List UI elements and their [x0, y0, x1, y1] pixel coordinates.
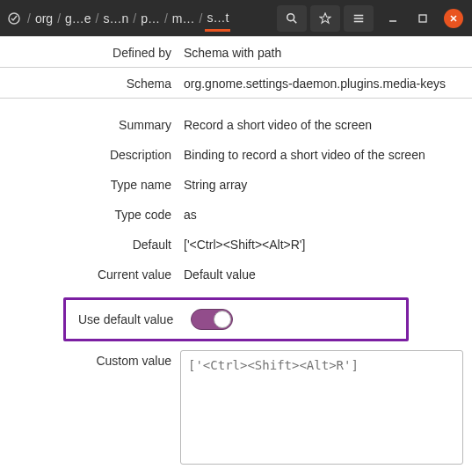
label-current-value: Current value — [9, 266, 180, 282]
crumb-settings-daemon[interactable]: s…n — [101, 6, 130, 31]
crumb-sep: / — [93, 11, 102, 26]
search-icon — [286, 12, 298, 25]
row-typecode: Type code as — [0, 199, 472, 229]
custom-value-input[interactable] — [180, 350, 463, 465]
content-area: Defined by Schema with path Schema org.g… — [0, 36, 472, 473]
row-schema: Schema org.gnome.settings-daemon.plugins… — [0, 67, 472, 99]
bookmark-button[interactable] — [310, 5, 340, 32]
value-defined-by: Schema with path — [180, 44, 463, 60]
svg-point-1 — [287, 13, 294, 20]
svg-rect-7 — [419, 15, 426, 22]
value-description: Binding to record a short video of the s… — [180, 146, 463, 162]
value-typename: String array — [180, 176, 463, 192]
crumb-media-keys[interactable]: m… — [171, 6, 197, 31]
row-default: Default ['<Ctrl><Shift><Alt>R'] — [0, 229, 472, 259]
label-use-default: Use default value — [73, 312, 191, 326]
label-typecode: Type code — [9, 206, 180, 222]
label-custom-value: Custom value — [9, 350, 180, 465]
row-use-default: Use default value — [63, 297, 409, 341]
minimize-button[interactable] — [384, 10, 402, 27]
label-typename: Type name — [9, 176, 180, 192]
crumb-gnome[interactable]: g…e — [63, 6, 93, 31]
row-summary: Summary Record a short video of the scre… — [0, 109, 472, 139]
breadcrumb: / org / g…e / s…n / p… / m… / s…t — [25, 5, 273, 32]
row-description: Description Binding to record a short vi… — [0, 139, 472, 169]
close-button[interactable] — [444, 9, 463, 28]
label-schema: Schema — [9, 75, 180, 91]
maximize-icon — [418, 14, 427, 23]
window-controls — [384, 9, 463, 28]
crumb-sep: / — [197, 11, 206, 26]
close-icon — [449, 14, 458, 23]
crumb-sep: / — [162, 11, 171, 26]
menu-button[interactable] — [344, 5, 374, 32]
value-typecode: as — [180, 206, 463, 222]
crumb-sep: / — [25, 11, 33, 26]
row-defined-by: Defined by Schema with path — [0, 36, 472, 68]
use-default-toggle[interactable] — [191, 309, 233, 330]
minimize-icon — [388, 14, 397, 23]
search-button[interactable] — [277, 5, 307, 32]
crumb-org[interactable]: org — [33, 6, 54, 31]
row-typename: Type name String array — [0, 169, 472, 199]
crumb-sep: / — [130, 11, 139, 26]
value-schema: org.gnome.settings-daemon.plugins.media-… — [180, 75, 463, 91]
app-icon — [5, 10, 23, 27]
value-summary: Record a short video of the screen — [180, 116, 463, 132]
hamburger-icon — [352, 12, 365, 25]
crumb-sep: / — [54, 11, 63, 26]
value-default: ['<Ctrl><Shift><Alt>R'] — [180, 236, 463, 252]
crumb-current[interactable]: s…t — [205, 5, 230, 32]
row-current-value: Current value Default value — [0, 259, 472, 289]
svg-line-2 — [294, 19, 297, 23]
label-description: Description — [9, 146, 180, 162]
titlebar: / org / g…e / s…n / p… / m… / s…t — [0, 0, 472, 37]
row-custom-value: Custom value — [0, 350, 472, 473]
label-summary: Summary — [9, 116, 180, 132]
label-defined-by: Defined by — [9, 44, 180, 60]
toggle-knob — [214, 311, 231, 328]
crumb-plugins[interactable]: p… — [139, 6, 162, 31]
label-default: Default — [9, 236, 180, 252]
value-current-value: Default value — [180, 266, 463, 282]
star-icon — [319, 12, 331, 25]
maximize-button[interactable] — [414, 10, 432, 27]
